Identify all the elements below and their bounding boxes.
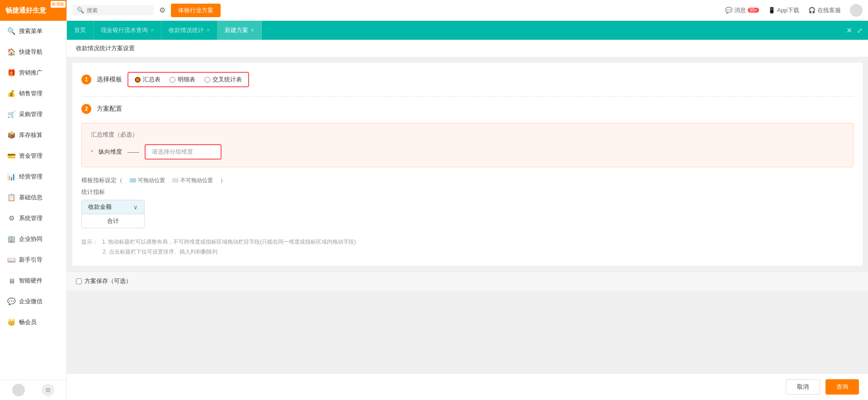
non-draggable-badge: 不可拖动位置 bbox=[172, 177, 213, 184]
app-download-btn[interactable]: 📱 App下载 bbox=[768, 6, 799, 14]
card-icon: 💳 bbox=[7, 152, 15, 160]
service-btn[interactable]: 🎧 在线客服 bbox=[808, 6, 841, 14]
tab-bank-flow[interactable]: 现金银行流水查询 × bbox=[94, 21, 161, 40]
sidebar-item-operation[interactable]: 📊 经营管理 bbox=[0, 166, 66, 187]
dimension-row: * 纵向维度 —— 请选择分组维度 bbox=[91, 144, 844, 160]
sidebar-item-label: 资金管理 bbox=[19, 152, 42, 160]
radio-detail-label: 明细表 bbox=[178, 75, 195, 84]
sidebar-bottom-settings[interactable]: ⚙ bbox=[42, 384, 54, 396]
sidebar-item-inventory[interactable]: 📦 库存核算 bbox=[0, 125, 66, 146]
save-plan-checkbox-label[interactable]: 方案保存（可选） bbox=[76, 277, 132, 285]
radio-detail-input[interactable] bbox=[170, 77, 175, 83]
tip2-text: 2. 点击标题栏下拉可设置排序、插入列和删除列 bbox=[103, 249, 217, 255]
sidebar: 畅捷通好生意 标准版 🔍 搜索菜单 🏠 快捷导航 🎁 营销推广 💰 销售管理 🛒… bbox=[0, 0, 67, 400]
metrics-col-dropdown-icon[interactable]: ∨ bbox=[133, 204, 138, 211]
sidebar-bottom-user[interactable] bbox=[12, 384, 25, 396]
app-label: App下载 bbox=[777, 6, 799, 14]
message-btn[interactable]: 💬 消息 99+ bbox=[725, 6, 759, 14]
tab-new-plan-close[interactable]: × bbox=[251, 27, 254, 33]
sidebar-item-label: 企业协同 bbox=[19, 235, 42, 243]
tip1: 提示： 1. 拖动标题栏可以调整布局，不可跨维度或指标区域拖动栏目字段(只能在同… bbox=[81, 237, 854, 247]
chat-icon: 💬 bbox=[7, 297, 15, 306]
metrics-table-header[interactable]: 收款金额 ∨ bbox=[82, 200, 144, 214]
cancel-button[interactable]: 取消 bbox=[786, 379, 820, 395]
metrics-close-paren: ） bbox=[220, 176, 226, 184]
sidebar-item-label: 畅会员 bbox=[19, 318, 37, 326]
radio-cross-label: 交叉统计表 bbox=[212, 75, 242, 84]
non-draggable-label: 不可拖动位置 bbox=[180, 177, 213, 184]
sidebar-item-search-menu[interactable]: 🔍 搜索菜单 bbox=[0, 21, 66, 42]
tab-actions: ✕ ⤢ bbox=[846, 21, 868, 40]
sidebar-item-basic-info[interactable]: 📋 基础信息 bbox=[0, 187, 66, 208]
sidebar-item-purchase[interactable]: 🛒 采购管理 bbox=[0, 104, 66, 125]
tab-expand-btn[interactable]: ⤢ bbox=[857, 26, 863, 35]
sidebar-item-hardware[interactable]: 🖥 智能硬件 bbox=[0, 270, 66, 291]
sidebar-item-member[interactable]: 👑 畅会员 bbox=[0, 312, 66, 333]
sidebar-item-guide[interactable]: 📖 新手引导 bbox=[0, 249, 66, 270]
building-icon: 🏢 bbox=[7, 235, 15, 243]
sidebar-item-marketing[interactable]: 🎁 营销推广 bbox=[0, 62, 66, 83]
sidebar-item-system[interactable]: ⚙ 系统管理 bbox=[0, 208, 66, 229]
message-label: 消息 bbox=[734, 6, 746, 14]
sidebar-item-label: 智能硬件 bbox=[19, 277, 42, 285]
sidebar-item-label: 销售管理 bbox=[19, 89, 42, 98]
tab-home[interactable]: 首页 bbox=[67, 21, 94, 40]
draggable-indicator bbox=[130, 178, 136, 183]
tab-new-plan[interactable]: 新建方案 × bbox=[217, 21, 262, 40]
message-icon: 💬 bbox=[725, 7, 732, 14]
radio-cross-input[interactable] bbox=[204, 77, 210, 83]
save-plan-checkbox[interactable] bbox=[76, 278, 82, 284]
sidebar-item-label: 营销推广 bbox=[19, 69, 42, 77]
sidebar-item-sales[interactable]: 💰 销售管理 bbox=[0, 83, 66, 104]
sidebar-item-label: 经营管理 bbox=[19, 173, 42, 181]
tab-receipt-stats[interactable]: 收款情况统计 × bbox=[161, 21, 217, 40]
box-icon: 📦 bbox=[7, 131, 15, 139]
search-input[interactable] bbox=[87, 7, 146, 14]
step1-label: 选择模板 bbox=[97, 75, 122, 84]
sidebar-item-finance[interactable]: 💳 资金管理 bbox=[0, 146, 66, 166]
sidebar-item-label: 搜索菜单 bbox=[19, 27, 42, 35]
tip2: 2. 点击标题栏下拉可设置排序、插入列和删除列 bbox=[81, 247, 854, 257]
sidebar-item-enterprise[interactable]: 🏢 企业协同 bbox=[0, 229, 66, 249]
metrics-col-header: 收款金额 bbox=[88, 203, 112, 211]
sidebar-bottom: ⚙ bbox=[0, 380, 66, 400]
query-button[interactable]: 查询 bbox=[826, 379, 859, 395]
metrics-section: 模板指标设定（ 可拖动位置 不可拖动位置 ） 统计指标 bbox=[81, 176, 854, 257]
divider1 bbox=[81, 96, 854, 97]
sidebar-item-quick-nav[interactable]: 🏠 快捷导航 bbox=[0, 42, 66, 62]
radio-cross[interactable]: 交叉统计表 bbox=[204, 75, 242, 84]
breadcrumb: 收款情况统计方案设置 bbox=[76, 45, 135, 52]
settings-icon[interactable]: ⚙ bbox=[159, 6, 165, 14]
page-footer: 方案保存（可选） bbox=[67, 271, 868, 291]
industry-btn[interactable]: 体验行业方案 bbox=[171, 4, 221, 17]
gift-icon: 🎁 bbox=[7, 69, 15, 77]
search-icon: 🔍 bbox=[77, 7, 84, 14]
config-area: 汇总维度（必选） * 纵向维度 —— 请选择分组维度 bbox=[81, 123, 854, 167]
bottom-bar: 取消 查询 bbox=[67, 373, 868, 400]
tab-close-btn[interactable]: ✕ bbox=[846, 26, 852, 35]
radio-detail[interactable]: 明细表 bbox=[170, 75, 195, 84]
radio-summary[interactable]: 汇总表 bbox=[135, 75, 160, 84]
tab-bank-flow-close[interactable]: × bbox=[151, 27, 154, 33]
gear-icon: ⚙ bbox=[7, 214, 15, 222]
tab-receipt-stats-close[interactable]: × bbox=[207, 27, 210, 33]
sidebar-item-label: 快捷导航 bbox=[19, 48, 42, 56]
sidebar-item-label: 库存核算 bbox=[19, 131, 42, 139]
user-avatar[interactable] bbox=[850, 4, 863, 17]
money-icon: 💰 bbox=[7, 89, 15, 98]
topbar: 🔍 ⚙ 体验行业方案 💬 消息 99+ 📱 App下载 🎧 在线客服 bbox=[67, 0, 868, 21]
main-content: 🔍 ⚙ 体验行业方案 💬 消息 99+ 📱 App下载 🎧 在线客服 首页 bbox=[67, 0, 868, 400]
metrics-header: 模板指标设定（ 可拖动位置 不可拖动位置 ） bbox=[81, 176, 854, 184]
template-radio-group: 汇总表 明细表 交叉统计表 bbox=[127, 72, 249, 87]
draggable-label: 可拖动位置 bbox=[138, 177, 165, 184]
message-badge: 99+ bbox=[748, 8, 759, 13]
page-header: 收款情况统计方案设置 bbox=[67, 40, 868, 57]
radio-summary-input[interactable] bbox=[135, 77, 141, 83]
search-bar[interactable]: 🔍 bbox=[72, 5, 154, 15]
page-content: 收款情况统计方案设置 1 选择模板 汇总表 明细表 bbox=[67, 40, 868, 373]
dim-select[interactable]: 请选择分组维度 bbox=[145, 144, 222, 160]
crown-icon: 👑 bbox=[7, 318, 15, 326]
sidebar-item-wechat[interactable]: 💬 企业微信 bbox=[0, 291, 66, 312]
dim-select-placeholder: 请选择分组维度 bbox=[152, 148, 193, 155]
step2-row: 2 方案配置 bbox=[81, 104, 854, 114]
